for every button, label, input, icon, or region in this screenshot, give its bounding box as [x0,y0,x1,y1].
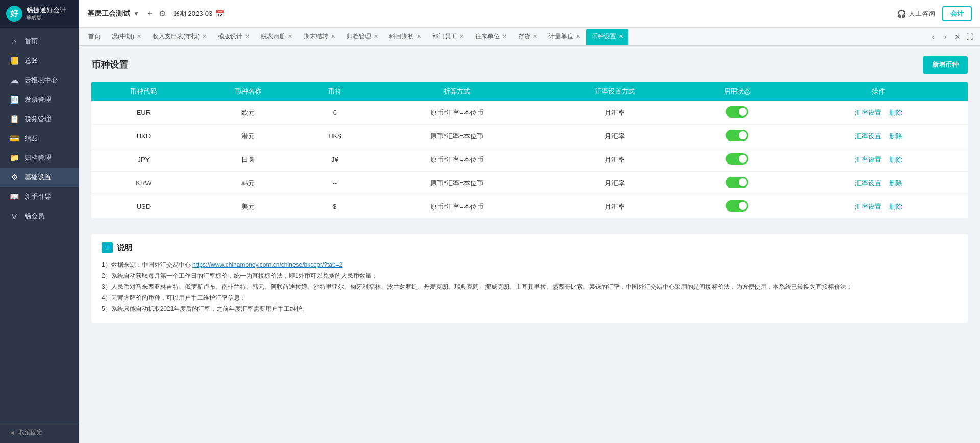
col-status: 启用状态 [685,82,790,101]
tab-close-icon[interactable]: ✕ [288,33,292,40]
toggle-enabled[interactable] [726,177,748,188]
tax-icon: 📋 [9,114,19,124]
tab-close-icon[interactable]: ✕ [502,33,507,40]
tab-expand[interactable]: ⛶ [964,31,976,43]
cell-code: EUR [91,101,196,125]
rate-setting-link[interactable]: 汇率设置 [855,179,881,187]
cell-symbol: € [301,101,370,125]
sidebar-item-label: 云报表中心 [24,76,58,85]
sidebar-item-home[interactable]: ⌂ 首页 [0,32,79,51]
delete-link[interactable]: 删除 [889,156,902,164]
tab-template[interactable]: 模版设计 ✕ [213,29,255,45]
cell-method: 原币*汇率=本位币 [369,125,545,148]
tab-close-icon[interactable]: ✕ [459,33,464,40]
rate-setting-link[interactable]: 汇率设置 [855,109,881,116]
cell-actions: 汇率设置 删除 [790,195,968,219]
sidebar-item-tax[interactable]: 📋 税务管理 [0,109,79,129]
tab-nav-prev[interactable]: ‹ [927,31,939,43]
tab-close-icon[interactable]: ✕ [576,33,580,40]
tab-close-icon[interactable]: ✕ [374,33,378,40]
sidebar-footer-label: 取消固定 [18,428,43,437]
company-settings-icon[interactable]: ⚙ [159,9,166,18]
delete-link[interactable]: 删除 [889,179,902,187]
guide-icon: 📖 [9,192,19,201]
tab-subjects[interactable]: 科目期初 ✕ [384,29,426,45]
cell-code: HKD [91,125,196,148]
tab-close-icon[interactable]: ✕ [533,33,537,40]
cell-status [685,148,790,172]
member-icon: V [9,212,19,221]
tab-close-icon[interactable]: ✕ [202,33,207,40]
toggle-enabled[interactable] [726,130,748,141]
cell-code: JPY [91,148,196,172]
sidebar-item-label: 总账 [24,56,38,65]
add-company-icon[interactable]: ＋ [145,8,154,19]
sidebar-item-member[interactable]: V 畅会员 [0,206,79,226]
sidebar-item-reports[interactable]: ☁ 云报表中心 [0,71,79,90]
tab-period-end[interactable]: 期末结转 ✕ [299,29,340,45]
cell-rate-type: 月汇率 [545,148,685,172]
tab-units[interactable]: 计量单位 ✕ [544,29,585,45]
cloud-icon: ☁ [9,76,19,85]
tab-archive[interactable]: 归档管理 ✕ [341,29,383,45]
rate-setting-link[interactable]: 汇率设置 [855,156,881,164]
tab-annual[interactable]: 收入支出表(年报) ✕ [148,29,212,45]
sidebar-item-settings[interactable]: ⚙ 基础设置 [0,168,79,187]
tab-close-icon[interactable]: ✕ [619,33,623,40]
delete-link[interactable]: 删除 [889,109,902,116]
sidebar-footer[interactable]: ◄ 取消固定 [0,422,79,443]
sidebar-item-label: 新手引导 [24,192,51,201]
tab-close-icon[interactable]: ✕ [416,33,421,40]
notes-item: 2）系统自动获取每月第一个工作日的汇率标价，统一为直接标价法，即1外币可以兑换的… [102,271,958,282]
new-currency-button[interactable]: 新增币种 [923,56,968,74]
toggle-enabled[interactable] [726,106,748,118]
service-button[interactable]: 🎧 人工咨询 [897,9,935,18]
tab-middle[interactable]: 况(中期) ✕ [107,29,146,45]
account-button[interactable]: 会计 [942,6,972,21]
notes-item: 5）系统只能自动抓取2021年度后的汇率，之前年度汇率需要用户手工维护。 [102,304,958,315]
rate-setting-link[interactable]: 汇率设置 [855,132,881,140]
tab-close-icon[interactable]: ✕ [331,33,335,40]
sidebar-item-archive[interactable]: 📁 归档管理 [0,148,79,168]
tab-close-all[interactable]: ✕ [951,31,964,43]
toggle-enabled[interactable] [726,153,748,165]
archive-icon: 📁 [9,153,19,162]
settings-icon: ⚙ [9,173,19,182]
notes-item: 3）人民币对马来西亚林吉特、俄罗斯卢布、南非兰特、韩元、阿联酋迪拉姆、沙特里亚尔… [102,282,958,293]
sidebar-item-checkout[interactable]: 💳 结账 [0,129,79,148]
notes-icon: ≡ [102,242,113,253]
sidebar-item-label: 税务管理 [24,114,51,124]
table-row: JPY 日圆 J¥ 原币*汇率=本位币 月汇率 汇率设置 删除 [91,148,968,172]
col-symbol: 币符 [301,82,370,101]
delete-link[interactable]: 删除 [889,132,902,140]
page-title: 币种设置 [91,59,128,71]
sidebar-item-label: 归档管理 [24,153,51,162]
currency-table: 币种代码 币种名称 币符 折算方式 汇率设置方式 启用状态 操作 EUR 欧元 … [91,82,968,219]
notes-link[interactable]: https://www.chinamoney.com.cn/chinese/bk… [192,261,342,268]
tab-currency[interactable]: 币种设置 ✕ [586,29,628,45]
sidebar-item-ledger[interactable]: 📒 总账 [0,51,79,71]
sidebar-item-label: 首页 [24,37,38,46]
calendar-icon[interactable]: 📅 [215,10,224,18]
cell-code: KRW [91,172,196,195]
tab-close-icon[interactable]: ✕ [137,33,141,40]
sidebar-item-guide[interactable]: 📖 新手引导 [0,187,79,206]
tab-clients[interactable]: 往来单位 ✕ [470,29,512,45]
tab-close-icon[interactable]: ✕ [245,33,250,40]
tab-nav-next[interactable]: › [939,31,951,43]
rate-setting-link[interactable]: 汇率设置 [855,203,881,211]
company-name[interactable]: 基层工会测试 ▼ [87,9,139,18]
delete-link[interactable]: 删除 [889,203,902,211]
col-rate-type: 汇率设置方式 [545,82,685,101]
logo-text: 畅捷通好会计 旗舰版 [27,6,66,21]
cell-name: 欧元 [196,101,301,125]
tab-home[interactable]: 首页 [83,29,106,45]
sidebar-item-invoice[interactable]: 🧾 发票管理 [0,90,79,109]
tab-departments[interactable]: 部门员工 ✕ [427,29,469,45]
cell-status [685,125,790,148]
toggle-enabled[interactable] [726,200,748,212]
col-actions: 操作 [790,82,968,101]
tab-tax[interactable]: 税表清册 ✕ [256,29,298,45]
tab-inventory[interactable]: 存货 ✕ [513,29,543,45]
dropdown-icon[interactable]: ▼ [133,10,139,17]
